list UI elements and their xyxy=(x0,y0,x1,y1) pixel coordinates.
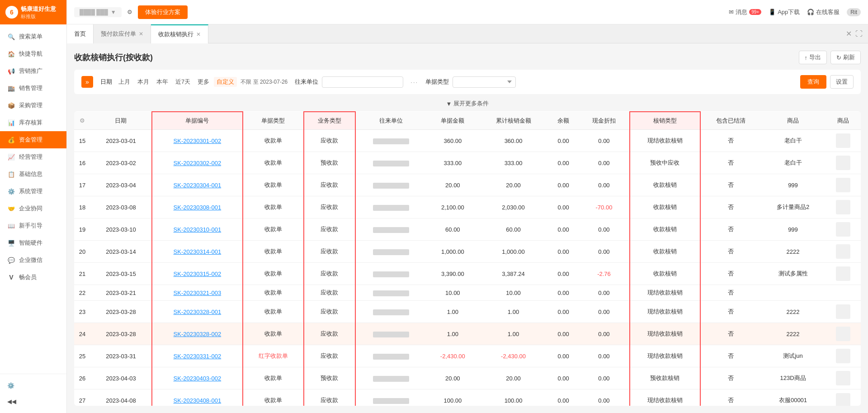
doc-link[interactable]: SK-20230321-003 xyxy=(174,290,222,296)
sidebar-item-wechat[interactable]: 💬 企业微信 xyxy=(0,252,66,269)
col-balance: 余额 xyxy=(548,112,579,130)
sidebar-item-quick[interactable]: 🏠 快捷导航 xyxy=(0,45,66,62)
doc-link[interactable]: SK-20230328-002 xyxy=(174,331,222,337)
cell-doc-no[interactable]: SK-20230331-002 xyxy=(152,345,243,367)
doc-link[interactable]: SK-20230408-001 xyxy=(174,397,222,404)
tab-close-all-icon[interactable]: ✕ xyxy=(846,29,852,38)
doc-link[interactable]: SK-20230304-001 xyxy=(174,182,222,189)
message-button[interactable]: ✉ 消息 99+ xyxy=(729,8,761,16)
voucher-type-select[interactable]: 收款单 红字收款单 xyxy=(453,76,516,88)
sidebar-item-operation[interactable]: 📈 经营管理 xyxy=(0,148,66,166)
cell-doc-type: 收款单 xyxy=(243,263,304,285)
expand-more-button[interactable]: ▼ 展开更多条件 xyxy=(446,100,489,108)
sidebar-item-finance[interactable]: 💰 资金管理 xyxy=(0,131,66,148)
sidebar-item-purchase[interactable]: 📦 采购管理 xyxy=(0,97,66,114)
brand-name: ████ ███ xyxy=(80,9,108,15)
tab-home[interactable]: 首页 xyxy=(67,24,94,43)
last-7days-button[interactable]: 近7天 xyxy=(173,77,193,87)
sidebar-item-system[interactable]: ⚙️ 系统管理 xyxy=(0,183,66,200)
message-icon: ✉ xyxy=(729,9,734,15)
brand-selector[interactable]: ████ ███ ▼ xyxy=(74,7,122,17)
cell-doc-type: 收款单 xyxy=(243,241,304,263)
cell-no: 21 xyxy=(74,263,90,285)
expand-more-bar: ▼ 展开更多条件 xyxy=(74,100,861,108)
sidebar-item-enterprise-label: 企业协同 xyxy=(19,204,42,213)
tab-prepay-close-icon[interactable]: ✕ xyxy=(139,31,143,37)
tab-prepay[interactable]: 预付款应付单 ✕ xyxy=(94,24,151,43)
sidebar-item-hardware[interactable]: 🖥️ 智能硬件 xyxy=(0,234,66,252)
cell-included: 否 xyxy=(700,301,760,323)
cell-write-off-type: 现结收款核销 xyxy=(630,285,700,301)
cell-doc-no[interactable]: SK-20230408-001 xyxy=(152,389,243,406)
cell-doc-no[interactable]: SK-20230308-001 xyxy=(152,196,243,218)
app-download-button[interactable]: 📱 App下载 xyxy=(769,8,800,16)
more-dates-button[interactable]: 更多 xyxy=(195,77,212,87)
doc-link[interactable]: SK-20230302-002 xyxy=(174,160,222,166)
cell-doc-no[interactable]: SK-20230403-002 xyxy=(152,367,243,389)
logo-text-block: 畅康道好生意 标推版 xyxy=(21,5,56,20)
cell-accumulated: -2,430.00 xyxy=(479,345,548,367)
user-name: Rit xyxy=(847,8,861,16)
sidebar-item-guide[interactable]: 📖 新手引导 xyxy=(0,217,66,234)
user-avatar[interactable]: Rit xyxy=(847,8,861,16)
cell-doc-no[interactable]: SK-20230302-002 xyxy=(152,152,243,174)
cell-doc-no[interactable]: SK-20230310-001 xyxy=(152,218,243,241)
cell-doc-no[interactable]: SK-20230328-001 xyxy=(152,301,243,323)
doc-link[interactable]: SK-20230314-001 xyxy=(174,248,222,255)
sidebar-item-inventory[interactable]: 📊 库存核算 xyxy=(0,114,66,131)
cell-balance: 0.00 xyxy=(548,367,579,389)
cell-goods-thumb xyxy=(826,130,861,152)
sidebar-item-search[interactable]: 🔍 搜索菜单 xyxy=(0,28,66,45)
cell-cash-discount: -70.00 xyxy=(579,196,629,218)
filter-bar: » 日期 上月 本月 本年 近7天 更多 自定义 不限 至 2023-07-26… xyxy=(74,70,861,94)
sidebar-item-marketing[interactable]: 📢 营销推广 xyxy=(0,62,66,80)
this-year-button[interactable]: 本年 xyxy=(154,77,171,87)
cell-doc-no[interactable]: SK-20230314-001 xyxy=(152,241,243,263)
cell-goods: 老白干 xyxy=(760,130,826,152)
sidebar-settings-item[interactable]: ⚙️ xyxy=(0,378,66,394)
cell-doc-no[interactable]: SK-20230328-002 xyxy=(152,323,243,345)
custom-date-button[interactable]: 自定义 xyxy=(214,77,237,87)
cell-date: 2023-04-08 xyxy=(90,389,152,406)
refresh-label: 刷新 xyxy=(843,53,855,62)
filter-settings-button[interactable]: 设置 xyxy=(830,75,854,89)
doc-link[interactable]: SK-20230310-001 xyxy=(174,226,222,233)
cell-write-off-type: 收款核销 xyxy=(630,196,700,218)
query-button[interactable]: 查询 xyxy=(800,75,826,89)
sidebar-collapse-item[interactable]: ◀◀ xyxy=(0,394,66,409)
cell-doc-no[interactable]: SK-20230321-003 xyxy=(152,285,243,301)
cell-counterparty xyxy=(355,345,427,367)
doc-link[interactable]: SK-20230331-002 xyxy=(174,353,222,360)
page-title: 收款核销执行(按收款) xyxy=(74,52,153,63)
export-button[interactable]: ↑ 导出 xyxy=(799,51,827,64)
cell-doc-no[interactable]: SK-20230301-002 xyxy=(152,130,243,152)
doc-link[interactable]: SK-20230301-002 xyxy=(174,138,222,144)
content-area: 收款核销执行(按收款) ↑ 导出 ↻ 刷新 » 日期 上月 本月 本 xyxy=(67,43,868,413)
doc-link[interactable]: SK-20230315-002 xyxy=(174,271,222,277)
filter-toggle-button[interactable]: » xyxy=(81,76,93,88)
cell-doc-type: 收款单 xyxy=(243,301,304,323)
refresh-button[interactable]: ↻ 刷新 xyxy=(830,51,861,64)
sidebar-item-enterprise[interactable]: 🤝 企业协同 xyxy=(0,200,66,217)
cell-doc-no[interactable]: SK-20230315-002 xyxy=(152,263,243,285)
cell-doc-no[interactable]: SK-20230304-001 xyxy=(152,174,243,196)
solution-button[interactable]: 体验行业方案 xyxy=(138,5,188,19)
sidebar-item-finance-label: 资金管理 xyxy=(19,136,42,144)
online-service-button[interactable]: 🎧 在线客服 xyxy=(807,8,840,16)
tab-receipt-close-icon[interactable]: ✕ xyxy=(196,31,201,38)
doc-link[interactable]: SK-20230328-001 xyxy=(174,309,222,315)
sidebar-item-sales[interactable]: 🏬 销售管理 xyxy=(0,80,66,97)
tab-expand-icon[interactable]: ⛶ xyxy=(855,30,863,38)
counterparty-input[interactable] xyxy=(322,76,403,88)
sidebar-item-basic[interactable]: 📋 基础信息 xyxy=(0,166,66,183)
sidebar-item-member[interactable]: V 畅会员 xyxy=(0,269,66,286)
cell-biz-type: 应收款 xyxy=(304,196,355,218)
col-gear[interactable]: ⚙ xyxy=(74,112,90,130)
tab-receipt[interactable]: 收款核销执行 ✕ xyxy=(151,24,208,43)
cell-amount: 1.00 xyxy=(427,301,479,323)
this-month-button[interactable]: 本月 xyxy=(135,77,152,87)
last-month-button[interactable]: 上月 xyxy=(116,77,133,87)
doc-link[interactable]: SK-20230308-001 xyxy=(174,204,222,211)
gear-icon[interactable]: ⚙ xyxy=(127,9,132,15)
doc-link[interactable]: SK-20230403-002 xyxy=(174,375,222,382)
